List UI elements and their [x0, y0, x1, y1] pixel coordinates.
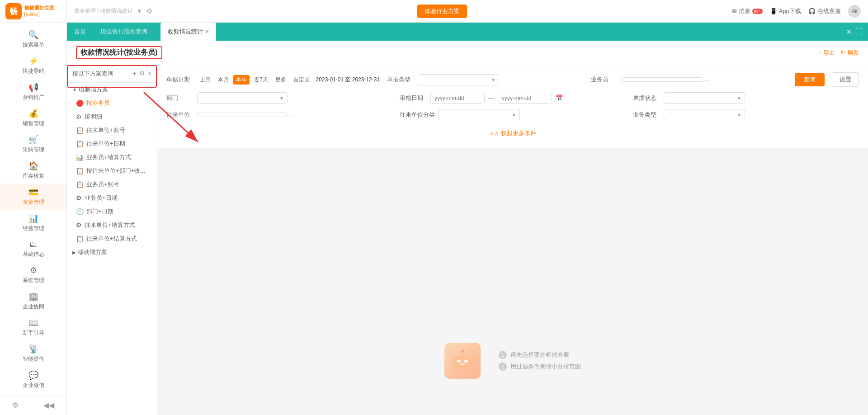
- settings-button[interactable]: 设置: [832, 72, 859, 87]
- doc-status-select-wrapper: [664, 92, 745, 104]
- scheme-dd-icon: 🕐: [76, 208, 84, 215]
- header-right: ✉ 消息 99+ 📱 App下载 🎧 在线客服 Rit: [732, 5, 861, 18]
- scheme-item-counterpart-date[interactable]: 📋 往来单位+日期: [67, 137, 157, 151]
- collapse-sidebar-icon[interactable]: ◀◀: [43, 401, 54, 410]
- date-tab-last-month[interactable]: 上月: [197, 75, 213, 85]
- mobile-section-arrow: ▶: [72, 250, 76, 255]
- user-avatar[interactable]: Rit: [848, 5, 861, 18]
- dept-select[interactable]: [197, 92, 288, 104]
- counterpart-more-icon[interactable]: ···: [289, 111, 294, 118]
- settings-bottom-icon[interactable]: ⚙: [12, 401, 19, 410]
- sidebar-item-base-info[interactable]: 🗂 基础信息: [0, 236, 66, 262]
- sidebar-item-finance[interactable]: 💳 资金管理: [0, 184, 66, 210]
- refresh-button[interactable]: ↻ 刷新: [840, 49, 859, 57]
- scheme-settings-icon[interactable]: ⚙: [139, 70, 145, 78]
- smart-hw-icon: 📡: [28, 344, 38, 354]
- scheme-section-mobile[interactable]: ▶ 移动端方案: [67, 245, 157, 259]
- filter-panel: 单据日期 上月 本月 本年 近7天 更多 自定义: [157, 65, 868, 148]
- sidebar-item-marketing[interactable]: 📢 营销推广: [0, 79, 66, 105]
- empty-box-icon: [444, 343, 481, 379]
- filter-item-doc-type: 单据类型: [387, 74, 584, 85]
- header-dropdown-icon[interactable]: ▼: [137, 8, 142, 14]
- sidebar-item-enterprise[interactable]: 🏢 企业协同: [0, 288, 66, 314]
- notifications-button[interactable]: ✉ 消息 99+: [732, 7, 763, 15]
- scheme-item-counterpart-settlement2[interactable]: 📋 往来单位+结算方式: [67, 232, 157, 245]
- scheme-item-counterpart-dept-collect[interactable]: 📋 按往来单位+部门+收...: [67, 164, 157, 178]
- tab-bank-flow[interactable]: 现金银行流水查询 ×: [93, 23, 160, 41]
- doc-status-select[interactable]: [664, 92, 745, 104]
- query-button[interactable]: 查询: [795, 73, 825, 86]
- sidebar-item-system[interactable]: ⚙ 系统管理: [0, 262, 66, 288]
- sidebar-item-search-menu[interactable]: 🔍 搜索菜单: [0, 26, 66, 52]
- scheme-item-by-detail[interactable]: ⚙ 按明细: [67, 110, 157, 123]
- sidebar-item-guide[interactable]: 📖 新手引导: [0, 314, 66, 340]
- scheme-item-counterpart-settlement1[interactable]: ⚙ 往来单位+结算方式: [67, 218, 157, 232]
- tab-collection-stats[interactable]: 收款情况统计 ×: [160, 23, 216, 41]
- sidebar-item-weixin[interactable]: 💬 企业微信: [0, 367, 66, 393]
- collapse-scheme-panel-icon[interactable]: «: [148, 70, 151, 78]
- counterpart-input[interactable]: [197, 113, 288, 117]
- sidebar-item-operations[interactable]: 📊 经营管理: [0, 210, 66, 236]
- scheme-cd-icon: 📋: [76, 140, 84, 147]
- scheme-sd-icon: ⚙: [76, 194, 82, 202]
- salesperson-more-icon[interactable]: ···: [705, 76, 710, 83]
- svg-rect-9: [472, 359, 474, 365]
- date-tab-this-year[interactable]: 本年: [233, 75, 250, 85]
- weixin-icon: 💬: [28, 370, 38, 380]
- tab-bar-end: ✕ ⛶: [216, 28, 868, 36]
- filter-item-review-date: 审核日期 — 📅: [400, 93, 626, 104]
- trial-button[interactable]: 体验行业方案: [417, 5, 467, 18]
- add-scheme-icon[interactable]: +: [132, 70, 137, 78]
- left-panel-header: 按以下方案查询 + ⚙ «: [67, 65, 157, 83]
- scheme-item-salesperson-settlement[interactable]: 📊 业务员+结算方式: [67, 151, 157, 164]
- sidebar-nav: 🔍 搜索菜单 ⚡ 快捷导航 📢 营销推广 💰 销售管理 🛒 采购管理 🏠: [0, 23, 66, 395]
- tab-collection-stats-close[interactable]: ×: [206, 28, 209, 35]
- scheme-item-salesperson-date[interactable]: ⚙ 业务员+日期: [67, 191, 157, 205]
- date-tab-7days[interactable]: 近7天: [251, 75, 271, 85]
- tab-home[interactable]: 首页: [67, 28, 93, 36]
- svg-rect-2: [453, 356, 472, 370]
- sidebar-item-sales[interactable]: 💰 销售管理: [0, 105, 66, 131]
- business-type-select[interactable]: [664, 109, 745, 120]
- scheme-cdc-icon: 📋: [76, 167, 84, 174]
- sidebar-item-inventory[interactable]: 🏠 库存核算: [0, 157, 66, 184]
- filter-item-doc-status: 单据状态: [633, 92, 859, 104]
- left-panel: 按以下方案查询 + ⚙ « ▼ 电脑端方案 🔴: [67, 65, 157, 415]
- date-tab-this-month[interactable]: 本月: [215, 75, 231, 85]
- tab-bank-flow-close[interactable]: ×: [150, 28, 153, 35]
- salesperson-input[interactable]: [622, 77, 703, 82]
- doc-type-select-wrapper: [418, 74, 499, 85]
- scheme-item-salesperson-account[interactable]: 📋 业务员+账号: [67, 178, 157, 191]
- calendar-start-icon[interactable]: 📅: [556, 94, 563, 101]
- enterprise-icon: 🏢: [28, 292, 38, 302]
- system-icon: ⚙: [30, 265, 37, 275]
- review-date-end-input[interactable]: [498, 93, 552, 104]
- scheme-section-pc[interactable]: ▼ 电脑端方案: [67, 83, 157, 96]
- quick-nav-icon: ⚡: [28, 56, 38, 66]
- scheme-item-dept-date[interactable]: 🕐 部门+日期: [67, 205, 157, 218]
- tab-expand-icon[interactable]: ⛶: [855, 28, 863, 36]
- date-tab-custom[interactable]: 自定义: [291, 75, 312, 85]
- scheme-item-by-salesperson[interactable]: 🔴 按业务员: [67, 96, 157, 110]
- sidebar-item-quick-nav[interactable]: ⚡ 快捷导航: [0, 52, 66, 79]
- app-download-button[interactable]: 📱 App下载: [770, 7, 801, 15]
- counterpart-cat-select[interactable]: [439, 109, 520, 120]
- filter-item-counterpart-cat: 往来单位分类: [400, 109, 626, 120]
- doc-type-select[interactable]: [418, 74, 499, 85]
- inventory-icon: 🏠: [28, 161, 38, 171]
- filter-item-salesperson: 业务员 ···: [591, 75, 788, 84]
- sidebar-item-smart-hw[interactable]: 📡 智能硬件: [0, 340, 66, 367]
- date-tab-more[interactable]: 更多: [273, 75, 289, 85]
- header-settings-icon[interactable]: ⚙: [146, 7, 152, 15]
- header-center: 体验行业方案: [152, 5, 732, 18]
- tab-close-all-icon[interactable]: ✕: [846, 28, 852, 36]
- export-button[interactable]: ↑ 导出: [819, 49, 835, 57]
- empty-tip-2: 2 用过滤条件来缩小分析范围: [499, 363, 581, 371]
- scheme-item-counterpart-account[interactable]: 📋 往来单位+账号: [67, 123, 157, 137]
- collapse-more-conditions-button[interactable]: ∧∧ 收起更多条件: [166, 126, 859, 141]
- sidebar-item-purchase[interactable]: 🛒 采购管理: [0, 131, 66, 157]
- online-service-button[interactable]: 🎧 在线客服: [808, 7, 841, 15]
- review-date-start-input[interactable]: [430, 93, 485, 104]
- dept-select-wrapper: [197, 92, 288, 104]
- top-header: 资金管理 / 收款情况统计 ▼ ⚙ 体验行业方案 ✉ 消息 99+ 📱 App下…: [67, 0, 868, 23]
